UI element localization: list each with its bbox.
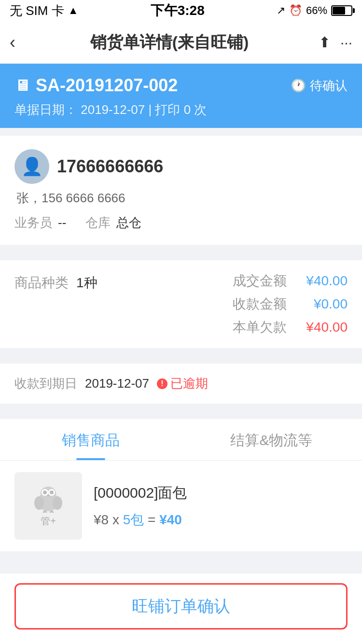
- carrier-text: 无 SIM 卡: [10, 2, 64, 19]
- sales-meta: 业务员 --: [14, 214, 66, 231]
- received-amount-label: 收款金额: [233, 295, 287, 313]
- due-date-card: 收款到期日 2019-12-07 ! 已逾期: [0, 364, 362, 404]
- back-button[interactable]: ‹: [5, 28, 20, 57]
- avatar-icon: 👤: [21, 156, 43, 177]
- order-id: 🖥 SA-20191207-002: [14, 75, 178, 96]
- status-clock-icon: 🕐: [291, 78, 306, 93]
- summary-right: 成交金额 ¥40.00 收款金额 ¥0.00 本单欠款 ¥40.00: [233, 272, 348, 336]
- order-id-text: SA-20191207-002: [36, 75, 178, 96]
- location-icon: ↗: [277, 4, 285, 17]
- order-date: 单据日期： 2019-12-07 | 打印 0 次: [14, 101, 348, 118]
- customer-phone: 17666666666: [57, 156, 163, 177]
- deal-amount-value: ¥40.00: [294, 273, 348, 289]
- status-bar: 无 SIM 卡 ▲ 下午3:28 ↗ ⏰ 66%: [0, 0, 362, 21]
- divider-3: [0, 356, 362, 364]
- bottom-bar: 旺铺订单确认: [0, 574, 362, 644]
- status-time: 下午3:28: [151, 1, 205, 20]
- divider-2: [0, 252, 362, 260]
- svg-point-5: [50, 490, 54, 494]
- divider-1: [0, 128, 362, 136]
- avatar: 👤: [14, 149, 49, 184]
- overdue-badge: ! 已逾期: [157, 375, 208, 392]
- owed-amount-value: ¥40.00: [294, 320, 348, 335]
- owl-svg: [31, 485, 65, 514]
- nav-bar: ‹ 销货单详情(来自旺铺) ⬆ ···: [0, 21, 362, 64]
- product-qty: 5包: [123, 512, 144, 527]
- wifi-icon: ▲: [68, 4, 79, 17]
- tab-products-label: 销售商品: [62, 432, 120, 448]
- product-image-placeholder: 管+: [31, 485, 65, 528]
- summary-left: 商品种类 1种: [14, 272, 97, 292]
- due-label: 收款到期日: [14, 375, 77, 392]
- warehouse-value: 总仓: [116, 214, 141, 231]
- deal-amount-row: 成交金额 ¥40.00: [233, 272, 348, 290]
- category-label: 商品种类: [14, 274, 69, 292]
- tab-products[interactable]: 销售商品: [0, 419, 181, 460]
- product-price: ¥8 x: [94, 512, 123, 527]
- date-value: 2019-12-07: [81, 102, 145, 117]
- product-total: ¥40: [159, 512, 182, 527]
- tab-settlement[interactable]: 结算&物流等: [181, 419, 362, 460]
- order-id-row: 🖥 SA-20191207-002 🕐 待确认: [14, 75, 348, 96]
- customer-meta: 业务员 -- 仓库 总仓: [14, 214, 348, 231]
- product-list: 管+ [0000002]面包 ¥8 x 5包 = ¥40: [0, 461, 362, 552]
- overdue-text: 已逾期: [170, 375, 208, 392]
- product-info: [0000002]面包 ¥8 x 5包 = ¥40: [94, 483, 348, 529]
- category-value: 1种: [76, 274, 97, 292]
- page-title: 销货单详情(来自旺铺): [20, 31, 319, 54]
- deal-amount-label: 成交金额: [233, 272, 287, 290]
- date-label: 单据日期：: [14, 102, 77, 117]
- warehouse-meta: 仓库 总仓: [85, 214, 141, 231]
- customer-name: 张，156 6666 6666: [14, 190, 348, 207]
- sales-value: --: [58, 215, 66, 230]
- received-amount-value: ¥0.00: [294, 296, 348, 312]
- order-header: 🖥 SA-20191207-002 🕐 待确认 单据日期： 2019-12-07…: [0, 64, 362, 128]
- order-icon: 🖥: [14, 77, 30, 95]
- divider-4: [0, 411, 362, 419]
- tab-bar: 销售商品 结算&物流等: [0, 419, 362, 461]
- nav-actions: ⬆ ···: [319, 34, 352, 51]
- category-info: 商品种类 1种: [14, 274, 97, 292]
- more-button[interactable]: ···: [340, 34, 352, 51]
- confirm-button-label: 旺铺订单确认: [132, 595, 230, 617]
- overdue-icon: !: [157, 378, 167, 389]
- svg-point-8: [53, 496, 62, 510]
- order-status: 🕐 待确认: [291, 77, 348, 94]
- status-carrier: 无 SIM 卡 ▲: [10, 2, 78, 19]
- product-equals: =: [144, 512, 159, 527]
- product-item: 管+ [0000002]面包 ¥8 x 5包 = ¥40: [0, 461, 362, 552]
- due-date-value: 2019-12-07: [85, 376, 149, 391]
- svg-point-7: [34, 496, 44, 510]
- battery-icon: [331, 5, 352, 16]
- product-image: 管+: [14, 472, 82, 540]
- confirm-button[interactable]: 旺铺订单确认: [14, 583, 348, 630]
- warehouse-label: 仓库: [85, 214, 111, 231]
- received-amount-row: 收款金额 ¥0.00: [233, 295, 348, 313]
- customer-header-row: 👤 17666666666: [14, 149, 348, 184]
- customer-card: 👤 17666666666 张，156 6666 6666 业务员 -- 仓库 …: [0, 136, 362, 245]
- order-status-text: 待确认: [310, 77, 348, 94]
- owed-amount-label: 本单欠款: [233, 318, 287, 336]
- share-button[interactable]: ⬆: [319, 34, 331, 51]
- product-name: [0000002]面包: [94, 483, 348, 503]
- product-price-row: ¥8 x 5包 = ¥40: [94, 511, 348, 529]
- brand-plus: 管+: [41, 515, 56, 528]
- sales-label: 业务员: [14, 214, 52, 231]
- print-info: | 打印 0 次: [148, 102, 207, 117]
- battery-percent: 66%: [306, 4, 327, 17]
- tab-settlement-label: 结算&物流等: [230, 432, 312, 448]
- summary-card: 商品种类 1种 成交金额 ¥40.00 收款金额 ¥0.00 本单欠款 ¥40.…: [0, 260, 362, 348]
- status-right: ↗ ⏰ 66%: [277, 4, 352, 17]
- svg-point-3: [43, 490, 47, 494]
- alarm-icon: ⏰: [289, 4, 302, 17]
- owed-amount-row: 本单欠款 ¥40.00: [233, 318, 348, 336]
